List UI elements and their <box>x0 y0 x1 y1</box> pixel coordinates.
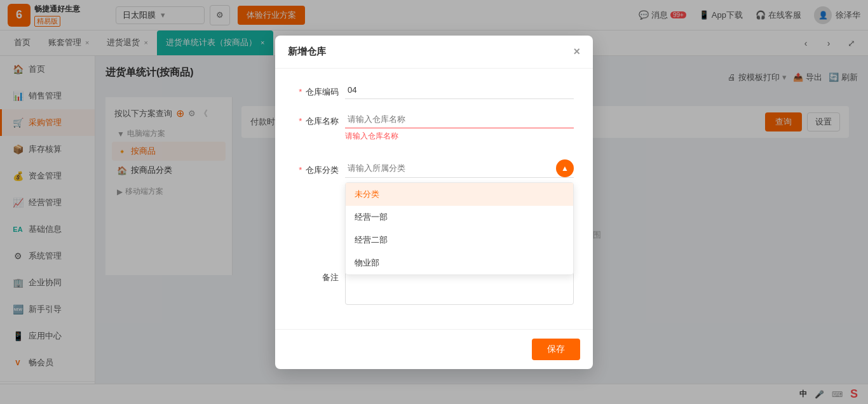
modal-header: 新增仓库 × <box>275 36 593 69</box>
form-row-category: * 仓库分类 ▲ 未分类 经营一部 经营二部 物业部 <box>294 159 574 178</box>
add-warehouse-modal: 新增仓库 × * 仓库编码 * 仓库名称 请输入仓库名称 <box>275 36 593 369</box>
modal-body: * 仓库编码 * 仓库名称 请输入仓库名称 * <box>275 69 593 329</box>
category-required-mark: * <box>299 165 302 175</box>
modal-close-button[interactable]: × <box>573 46 580 57</box>
notes-label: 备注 <box>294 267 345 283</box>
name-label: * 仓库名称 <box>294 111 345 127</box>
dropdown-item-ops1[interactable]: 经营一部 <box>346 206 573 229</box>
modal-overlay[interactable]: 新增仓库 × * 仓库编码 * 仓库名称 请输入仓库名称 <box>0 0 868 404</box>
name-required-mark: * <box>299 116 302 126</box>
form-row-code: * 仓库编码 <box>294 81 574 99</box>
dropdown-item-ops2[interactable]: 经营二部 <box>346 229 573 252</box>
category-wrapper: ▲ 未分类 经营一部 经营二部 物业部 <box>345 159 574 178</box>
form-row-name: * 仓库名称 请输入仓库名称 <box>294 111 574 142</box>
dropdown-item-property[interactable]: 物业部 <box>346 252 573 274</box>
category-input[interactable] <box>345 159 556 177</box>
code-label: * 仓库编码 <box>294 81 345 98</box>
name-error-msg: 请输入仓库名称 <box>345 131 574 142</box>
code-input[interactable] <box>345 81 574 99</box>
category-label: * 仓库分类 <box>294 159 345 176</box>
category-input-row: ▲ <box>345 159 574 178</box>
dropdown-item-unclassified[interactable]: 未分类 <box>346 183 573 206</box>
category-toggle-button[interactable]: ▲ <box>556 159 574 177</box>
modal-title: 新增仓库 <box>288 46 326 58</box>
code-required-mark: * <box>299 87 302 97</box>
category-dropdown: 未分类 经营一部 经营二部 物业部 <box>345 182 574 275</box>
name-input[interactable] <box>345 111 574 128</box>
save-button[interactable]: 保存 <box>532 339 580 360</box>
modal-footer: 保存 <box>275 329 593 369</box>
